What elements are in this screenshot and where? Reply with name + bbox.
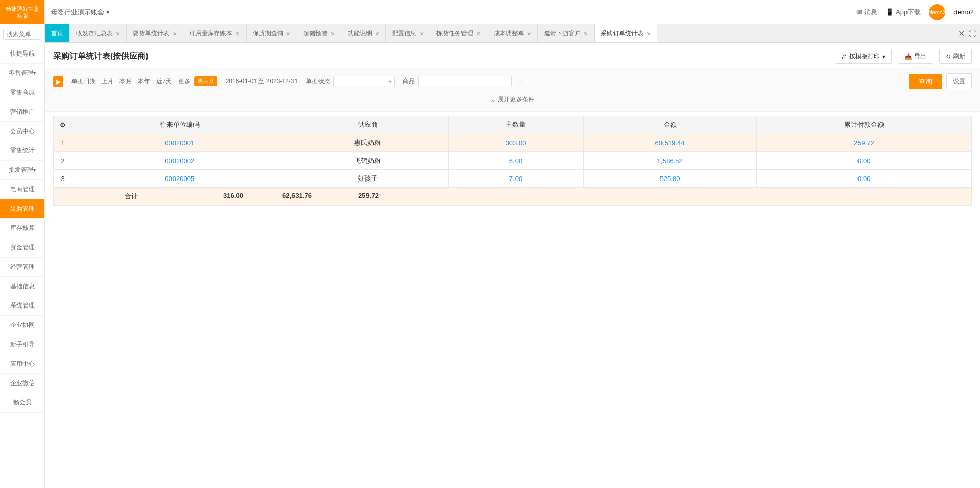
date-custom-badge[interactable]: 自定义 [194,76,217,86]
tab-overstock[interactable]: 超储预警× [297,24,341,43]
refresh-button[interactable]: ↻ 刷新 [939,49,972,64]
tabs-bar: 首页收发存汇总表×要货单统计表×可用量库存账本×保质期查询×超储预警×功能说明×… [45,24,980,43]
tab-expiry[interactable]: 保质期查询× [247,24,297,43]
sidebar-item-appCenter[interactable]: 应用中心 [0,354,44,374]
tab-close-icon-cost-adjust[interactable]: × [527,30,531,37]
tab-close-icon-receive[interactable]: × [116,30,120,37]
sidebar-item-marketing[interactable]: 营销推广 [0,102,44,122]
tab-purchase-stats[interactable]: 采购订单统计表× [595,24,657,43]
th-paid: 累计付款金额 [756,116,972,134]
tab-home[interactable]: 首页 [45,24,70,43]
row-qty[interactable]: 7.00 [448,170,583,188]
tab-config[interactable]: 配置信息× [386,24,430,43]
tab-pick-task[interactable]: 拣货任务管理× [430,24,487,43]
print-icon: 🖨 [841,53,847,60]
sidebar-item-purchase[interactable]: 采购管理 [0,199,44,219]
date-7-days[interactable]: 近7天 [154,76,174,86]
tab-close-icon-config[interactable]: × [420,30,424,37]
tab-close-icon-purchase-stats[interactable]: × [647,30,651,37]
date-this-month[interactable]: 本月 [117,76,134,86]
search-input[interactable] [3,29,41,40]
sidebar-item-wechat[interactable]: 企业微信 [0,374,44,393]
tab-label-order-stats: 要货单统计表 [133,29,169,38]
settings-button[interactable]: 设置 [946,73,972,89]
date-more[interactable]: 更多 [176,76,192,86]
row-amount[interactable]: 525.80 [583,170,756,188]
close-all-tabs-button[interactable]: ✕ ⛶ [954,29,980,38]
sidebar-item-retail-stats[interactable]: 零售统计 [0,141,44,161]
user-name: demo2 [953,8,974,16]
print-button[interactable]: 🖨 按模板打印 ▾ [835,49,892,64]
sidebar-item-enterprise[interactable]: 企业协同 [0,316,44,335]
expand-row: ⌄ 展开更多条件 [53,93,972,106]
expand-more-button[interactable]: ⌄ 展开更多条件 [486,93,538,106]
th-settings: ⚙ [54,116,72,134]
tab-close-icon-inventory-book[interactable]: × [235,30,239,37]
tab-close-icon-expiry[interactable]: × [286,30,290,37]
sidebar-item-batch[interactable]: 批发管理 ▾ [0,161,44,180]
tab-label-purchase-stats: 采购订单统计表 [601,29,644,38]
row-amount[interactable]: 1,586.52 [583,152,756,170]
print-dropdown-icon: ▾ [882,53,885,60]
goods-input[interactable] [418,76,512,87]
table-area: ⚙ 往来单位编码 供应商 主数量 金额 累计付款金额 1 00020001 惠氏… [45,116,980,214]
sidebar-item-operations[interactable]: 经营管理 [0,258,44,277]
tab-invite[interactable]: 邀请下游客户× [538,24,595,43]
sidebar-item-member[interactable]: 会员中心 [0,122,44,141]
sidebar-item-basics[interactable]: 基础信息 [0,277,44,296]
date-this-year[interactable]: 本年 [136,76,152,86]
logo-area: 畅捷通好生意 标版 [0,0,44,24]
tab-close-icon-overstock[interactable]: × [331,30,335,37]
avatar[interactable]: demo2 [929,4,945,20]
sidebar-item-finance[interactable]: 资金管理 [0,238,44,258]
tab-inventory-book[interactable]: 可用量库存账本× [183,24,246,43]
goods-more-icon[interactable]: ··· [517,78,522,85]
tab-close-icon-invite[interactable]: × [584,30,588,37]
row-paid[interactable]: 259.72 [756,134,972,152]
sidebar-item-guide[interactable]: 新手引导 [0,335,44,354]
row-qty[interactable]: 6.00 [448,152,583,170]
chevron-down-icon: ▾ [33,70,36,76]
tab-cost-adjust[interactable]: 成本调整单× [487,24,538,43]
row-paid[interactable]: 0.00 [756,152,972,170]
tab-label-invite: 邀请下游客户 [544,29,581,38]
th-amount: 金额 [583,116,756,134]
date-shortcuts: 上月 本月 本年 近7天 更多 自定义 [99,76,217,86]
filter-toggle-button[interactable]: ▶ [53,76,63,87]
query-button[interactable]: 查询 [909,74,942,89]
row-paid[interactable]: 0.00 [756,170,972,188]
sidebar-item-inventory[interactable]: 库存核算 [0,219,44,238]
sidebar-item-ecommerce[interactable]: 电商管理 [0,180,44,199]
row-code[interactable]: 00020001 [72,134,287,152]
row-amount[interactable]: 60,519.44 [583,134,756,152]
sidebar-item-vip[interactable]: 畅会员 [0,393,44,413]
date-label: 单据日期 [71,77,96,86]
export-button[interactable]: 📤 导出 [898,49,933,64]
page-header: 采购订单统计表(按供应商) 🖨 按模板打印 ▾ 📤 导出 ↻ 刷新 [45,43,980,68]
row-qty[interactable]: 303.00 [448,134,583,152]
tab-function[interactable]: 功能说明× [341,24,386,43]
download-icon: 📱 [886,8,894,16]
workspace-selector[interactable]: 母婴行业演示账套 ▾ [51,8,110,17]
date-range-display: 2016-01-01 至 2023-12-31 [226,77,298,86]
top-bar-right: ✉ 消息 📱 App下载 demo2 demo2 [856,4,974,20]
tab-receive[interactable]: 收发存汇总表× [70,24,127,43]
status-select[interactable] [333,76,395,87]
tab-order-stats[interactable]: 要货单统计表× [127,24,183,43]
app-download-button[interactable]: 📱 App下载 [886,8,921,17]
sidebar: 畅捷通好生意 标版 快捷导航 零售管理 ▾零售商城营销推广会员中心零售统计批发管… [0,0,45,488]
message-button[interactable]: ✉ 消息 [856,8,877,17]
sidebar-item-retail-shop[interactable]: 零售商城 [0,83,44,102]
sidebar-item-quick-nav[interactable]: 快捷导航 [0,44,44,64]
tab-close-icon-order-stats[interactable]: × [173,30,177,37]
chevron-down-icon: ▾ [106,8,110,16]
date-last-month[interactable]: 上月 [99,76,115,86]
tab-close-icon-pick-task[interactable]: × [476,30,480,37]
row-code[interactable]: 00020002 [72,152,287,170]
sidebar-item-retail[interactable]: 零售管理 ▾ [0,64,44,83]
row-code[interactable]: 00020005 [72,170,287,188]
sidebar-item-system[interactable]: 系统管理 [0,296,44,316]
logo-text: 畅捷通好生意 标版 [6,5,39,20]
header-actions: 🖨 按模板打印 ▾ 📤 导出 ↻ 刷新 [835,49,972,64]
tab-close-icon-function[interactable]: × [375,30,379,37]
